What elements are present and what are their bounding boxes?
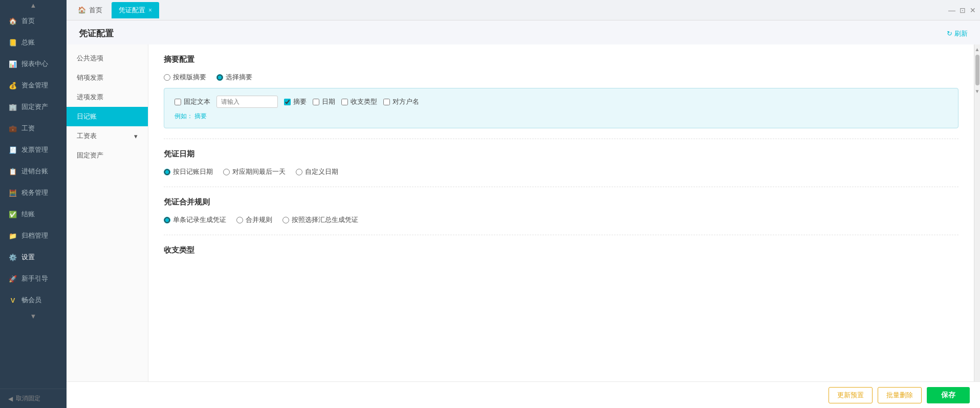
scroll-thumb[interactable] xyxy=(975,55,979,85)
sidebar-item-ledger[interactable]: 📒 总账 xyxy=(0,32,67,53)
date-radio-last-day[interactable] xyxy=(223,169,230,175)
check-fixed-text-label[interactable]: 固定文本 xyxy=(175,97,210,106)
page-title: 凭证配置 xyxy=(79,28,114,39)
check-counterpart-label[interactable]: 对方户名 xyxy=(383,97,419,106)
summary-section-title: 摘要配置 xyxy=(164,55,959,64)
assets-icon: 🏢 xyxy=(8,102,17,111)
home-icon: 🏠 xyxy=(8,16,17,26)
sub-nav-fixed-assets[interactable]: 固定资产 xyxy=(67,146,148,165)
sidebar-item-invoice[interactable]: 🧾 发票管理 xyxy=(0,139,67,161)
fixed-text-input[interactable] xyxy=(216,96,278,108)
sidebar-item-member[interactable]: V 畅会员 xyxy=(0,289,67,311)
window-restore-btn[interactable]: ⊡ xyxy=(960,6,966,14)
summary-box: 固定文本 摘要 日期 xyxy=(164,88,959,128)
sidebar-item-home[interactable]: 🏠 首页 xyxy=(0,10,67,32)
save-btn[interactable]: 保存 xyxy=(927,387,970,403)
page-wrapper: 凭证配置 ↻ 刷新 公共选项 销项发票 进项发票 日记账 xyxy=(67,20,980,408)
sub-nav-public[interactable]: 公共选项 xyxy=(67,49,148,68)
date-radio-group: 按日记账日期 对应期间最后一天 自定义日期 xyxy=(164,167,959,176)
sidebar-item-settings[interactable]: ⚙️ 设置 xyxy=(0,246,67,268)
sub-nav-sales[interactable]: 销项发票 xyxy=(67,68,148,87)
sub-nav-purchase-inv[interactable]: 进项发票 xyxy=(67,87,148,107)
check-fixed-text[interactable] xyxy=(175,99,181,105)
scroll-down-arrow[interactable]: ▼ xyxy=(974,86,980,96)
sidebar-item-report[interactable]: 📊 报表中心 xyxy=(0,53,67,75)
sub-nav: 公共选项 销项发票 进项发票 日记账 工资表 ▾ 固定资产 xyxy=(67,44,148,381)
page-header: 凭证配置 ↻ 刷新 xyxy=(67,20,980,44)
tax-icon: 🧮 xyxy=(8,188,17,197)
summary-radio-group: 按模版摘要 选择摘要 xyxy=(164,73,959,82)
merge-option3-label[interactable]: 按照选择汇总生成凭证 xyxy=(282,215,358,224)
tab-voucher-config[interactable]: 凭证配置 × xyxy=(112,2,159,18)
merge-radio-summary[interactable] xyxy=(282,217,289,223)
salary-icon: 💼 xyxy=(8,124,17,133)
check-date[interactable] xyxy=(313,99,319,105)
merge-radio-group: 单条记录生成凭证 合并规则 按照选择汇总生成凭证 xyxy=(164,215,959,224)
guide-icon: 🚀 xyxy=(8,274,17,283)
sub-content: 摘要配置 按模版摘要 选择摘要 xyxy=(148,44,974,381)
summary-section: 摘要配置 按模版摘要 选择摘要 xyxy=(164,55,959,139)
refresh-btn[interactable]: ↻ 刷新 xyxy=(947,29,968,38)
summary-options-row: 固定文本 摘要 日期 xyxy=(175,96,948,108)
check-summary-label[interactable]: 摘要 xyxy=(284,97,307,106)
summary-radio-select[interactable] xyxy=(216,74,223,81)
date-radio-journal[interactable] xyxy=(164,169,170,175)
sidebar-scroll-up[interactable]: ▲ xyxy=(0,0,67,10)
sidebar-item-archive[interactable]: 📁 归档管理 xyxy=(0,225,67,246)
date-option1-label[interactable]: 按日记账日期 xyxy=(164,167,213,176)
sub-nav-payroll[interactable]: 工资表 ▾ xyxy=(67,126,148,146)
home-tab-icon: 🏠 xyxy=(78,6,86,14)
check-summary[interactable] xyxy=(284,99,291,105)
tab-home[interactable]: 🏠 首页 xyxy=(71,2,110,18)
sidebar: ▲ 🏠 首页 📒 总账 📊 报表中心 💰 资金管理 🏢 固定资产 💼 工资 🧾 … xyxy=(0,0,67,408)
date-option2-label[interactable]: 对应期间最后一天 xyxy=(223,167,286,176)
bottom-bar: 更新预置 批量删除 保存 xyxy=(67,381,980,408)
income-section: 收支类型 xyxy=(164,245,959,274)
update-preview-btn[interactable]: 更新预置 xyxy=(829,387,873,403)
merge-section-title: 凭证合并规则 xyxy=(164,197,959,207)
refresh-icon: ↻ xyxy=(947,30,952,37)
date-option3-label[interactable]: 自定义日期 xyxy=(296,167,338,176)
main-area: 🏠 首页 凭证配置 × — ⊡ ✕ 凭证配置 ↻ 刷新 公共选项 xyxy=(67,0,980,408)
settle-icon: ✅ xyxy=(8,210,17,219)
check-date-label[interactable]: 日期 xyxy=(313,97,335,106)
tab-close-btn[interactable]: × xyxy=(148,7,152,14)
window-close-btn[interactable]: ✕ xyxy=(970,6,976,14)
sidebar-item-settle[interactable]: ✅ 结账 xyxy=(0,203,67,225)
summary-radio-template[interactable] xyxy=(164,74,170,81)
income-section-title: 收支类型 xyxy=(164,245,959,255)
sub-nav-journal[interactable]: 日记账 xyxy=(67,107,148,126)
date-section-title: 凭证日期 xyxy=(164,149,959,159)
sidebar-item-fund[interactable]: 💰 资金管理 xyxy=(0,75,67,96)
check-income-type-label[interactable]: 收支类型 xyxy=(341,97,377,106)
merge-radio-single[interactable] xyxy=(164,217,170,223)
summary-example: 例如： 摘要 xyxy=(175,112,948,121)
batch-delete-btn[interactable]: 批量删除 xyxy=(878,387,922,403)
sidebar-item-tax[interactable]: 🧮 税务管理 xyxy=(0,182,67,203)
summary-option1-label[interactable]: 按模版摘要 xyxy=(164,73,206,82)
fund-icon: 💰 xyxy=(8,81,17,90)
sidebar-unpin[interactable]: ◀ 取消固定 xyxy=(0,389,67,408)
ledger-icon: 📒 xyxy=(8,38,17,47)
archive-icon: 📁 xyxy=(8,231,17,240)
chevron-down-icon: ▾ xyxy=(134,132,138,140)
merge-option2-label[interactable]: 合并规则 xyxy=(236,215,272,224)
check-income-type[interactable] xyxy=(341,99,348,105)
check-counterpart[interactable] xyxy=(383,99,390,105)
pin-icon: ◀ xyxy=(8,395,13,402)
tab-bar: 🏠 首页 凭证配置 × — ⊡ ✕ xyxy=(67,0,980,20)
merge-option1-label[interactable]: 单条记录生成凭证 xyxy=(164,215,226,224)
purchase-icon: 📋 xyxy=(8,167,17,176)
sub-layout: 公共选项 销项发票 进项发票 日记账 工资表 ▾ 固定资产 xyxy=(67,44,980,381)
merge-radio-rule[interactable] xyxy=(236,217,243,223)
summary-option2-label[interactable]: 选择摘要 xyxy=(216,73,252,82)
date-radio-custom[interactable] xyxy=(296,169,302,175)
scroll-up-arrow[interactable]: ▲ xyxy=(974,44,980,54)
sidebar-scroll-down[interactable]: ▼ xyxy=(0,311,67,321)
main-scrollbar: ▲ ▼ xyxy=(974,44,980,381)
window-minimize-btn[interactable]: — xyxy=(948,6,955,14)
sidebar-item-assets[interactable]: 🏢 固定资产 xyxy=(0,96,67,118)
sidebar-item-guide[interactable]: 🚀 新手引导 xyxy=(0,268,67,289)
sidebar-item-purchase[interactable]: 📋 进销台账 xyxy=(0,161,67,182)
sidebar-item-salary[interactable]: 💼 工资 xyxy=(0,118,67,139)
